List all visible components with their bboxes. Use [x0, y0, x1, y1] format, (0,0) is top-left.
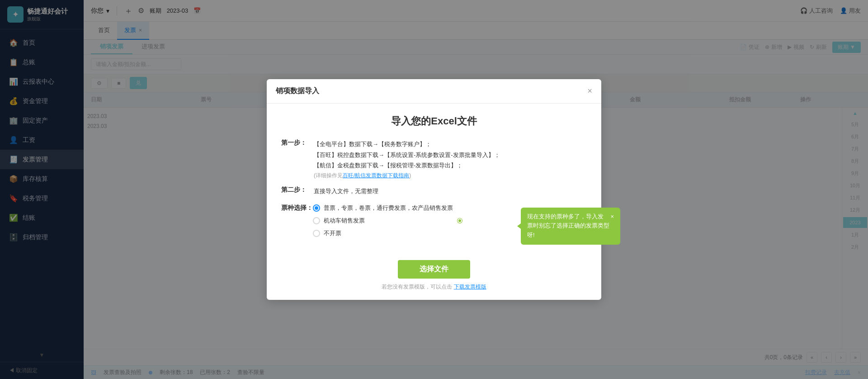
step1-hint: (详细操作见百旺/航信发票数据下载指南) [314, 171, 500, 181]
modal-overlay: 销项数据导入 × 导入您的Excel文件 第一步： 【全电平台】数据下载→【税务… [0, 0, 868, 379]
step1-row: 第一步： 【全电平台】数据下载→【税务数字账户】； 【百旺】税控盘数据下载→【系… [281, 139, 587, 180]
radio-circle-2 [313, 217, 320, 224]
tooltip-arrow [517, 223, 521, 229]
radio-circle-3 [313, 230, 320, 237]
modal-footer: 选择文件 若您没有发票模版，可以点击 下载发票模版 [267, 253, 601, 300]
radio-label-1: 普票，专票，卷票，通行费发票，农产品销售发票 [324, 204, 453, 212]
modal-title: 销项数据导入 [276, 86, 319, 96]
tooltip-text: 现在支持的票种多了，导入发票时别忘了选择正确的发票类型呀! [527, 213, 609, 239]
step1-content: 【全电平台】数据下载→【税务数字账户】； 【百旺】税控盘数据下载→【系统设置-系… [314, 139, 500, 180]
radio-option-1[interactable]: 普票，专票，卷票，通行费发票，农产品销售发票 [313, 204, 453, 212]
download-hint-pre: 若您没有发票模版，可以点击 [382, 284, 452, 290]
tooltip-bubble: × 现在支持的票种多了，导入发票时别忘了选择正确的发票类型呀! [521, 208, 620, 245]
modal-close-button[interactable]: × [587, 86, 592, 96]
download-template-link[interactable]: 下载发票模版 [454, 284, 486, 290]
radio-option-3[interactable]: 不开票 [313, 229, 453, 237]
modal-main-title: 导入您的Excel文件 [281, 114, 587, 128]
step2-row: 第二步： 直接导入文件，无需整理 [281, 186, 587, 196]
modal-body: 导入您的Excel文件 第一步： 【全电平台】数据下载→【税务数字账户】； 【百… [267, 104, 601, 252]
radio-option-2[interactable]: 机动车销售发票 × 现在支持的票种多了，导入发票时别忘了选择正确的发票类型呀! [313, 217, 453, 225]
step2-content: 直接导入文件，无需整理 [314, 186, 378, 196]
tooltip-connector-dot [458, 218, 462, 223]
step1-line2: 【百旺】税控盘数据下载→【系统设置-系统参数设置-发票批量导入】； [314, 150, 500, 160]
radio-circle-1 [313, 204, 320, 212]
radio-label-3: 不开票 [324, 229, 341, 237]
hint-pre: (详细操作见 [314, 172, 343, 179]
radio-group: 普票，专票，卷票，通行费发票，农产品销售发票 机动车销售发票 × 现在支持的票种… [313, 204, 453, 242]
step1-line3: 【航信】金税盘数据下载→【报税管理-发票数据导出】； [314, 160, 500, 171]
download-hint: 若您没有发票模版，可以点击 下载发票模版 [281, 283, 587, 291]
tooltip-close-btn[interactable]: × [610, 212, 614, 222]
select-file-button[interactable]: 选择文件 [398, 260, 470, 279]
radio-label-2: 机动车销售发票 [324, 217, 365, 225]
hint-link[interactable]: 百旺/航信发票数据下载指南 [343, 172, 409, 179]
step1-line1: 【全电平台】数据下载→【税务数字账户】； [314, 139, 500, 149]
ticket-selection-row: 票种选择： 普票，专票，卷票，通行费发票，农产品销售发票 机动车销售发票 [281, 204, 587, 242]
hint-post: ) [409, 172, 411, 179]
import-modal: 销项数据导入 × 导入您的Excel文件 第一步： 【全电平台】数据下载→【税务… [267, 79, 601, 299]
modal-header: 销项数据导入 × [267, 79, 601, 104]
radio-dot-1 [315, 206, 318, 210]
step2-label: 第二步： [281, 186, 308, 196]
ticket-label: 票种选择： [281, 204, 313, 212]
step1-label: 第一步： [281, 139, 308, 180]
